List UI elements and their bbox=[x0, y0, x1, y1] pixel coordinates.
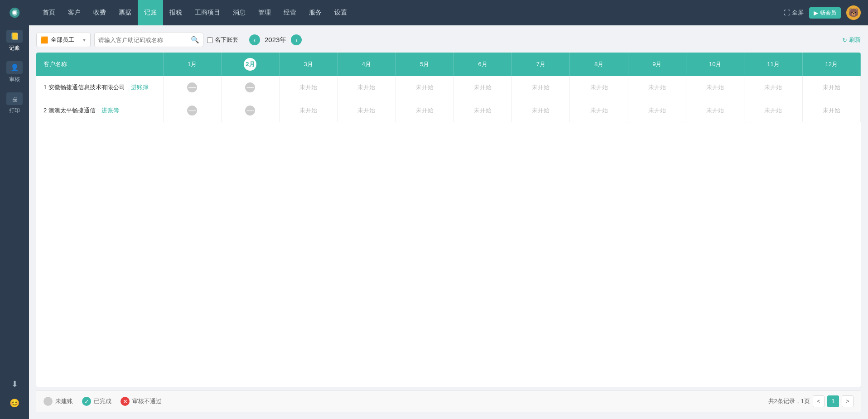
month-cell-aug: 未开始 bbox=[570, 99, 628, 122]
download-icon: ⬇ bbox=[11, 379, 18, 389]
pagination: 共2条记录，1页 < 1 > bbox=[768, 395, 854, 407]
status-dot-dash: — bbox=[245, 82, 255, 92]
sidebar: 📒 记账 👤 审核 🖨 打印 ⬇ 😊 bbox=[0, 0, 29, 419]
legend-item-not-started: — 未建账 bbox=[43, 397, 73, 406]
print-icon: 🖨 bbox=[6, 92, 23, 105]
table-row: 2 澳澳太平畅捷通信 进账簿 ——未开始未开始未开始未开始未开始未开始未开始未开… bbox=[36, 99, 861, 122]
month-cell-oct: 未开始 bbox=[686, 76, 744, 99]
sidebar-item-download[interactable]: ⬇ bbox=[0, 376, 29, 393]
status-not-started: 未开始 bbox=[532, 107, 550, 114]
status-not-started: 未开始 bbox=[823, 84, 840, 91]
vip-label: 畅会员 bbox=[820, 9, 836, 17]
status-not-started: 未开始 bbox=[764, 84, 782, 91]
data-table-wrap: 客户名称1月2月3月4月5月6月7月8月9月10月11月12月 1 安徽畅捷通信… bbox=[36, 53, 861, 387]
col-header-sep: 9月 bbox=[628, 53, 686, 76]
sidebar-item-support[interactable]: 😊 bbox=[0, 395, 29, 412]
month-cell-jul: 未开始 bbox=[512, 76, 570, 99]
footer: — 未建账 ✓ 已完成 ✕ 审核不通过 共2条记录，1页 < 1 > bbox=[36, 390, 861, 412]
sidebar-item-audit[interactable]: 👤 审核 bbox=[0, 57, 29, 88]
col-header-nov: 11月 bbox=[744, 53, 802, 76]
user-avatar[interactable]: 🐻 bbox=[846, 5, 861, 20]
fullscreen-button[interactable]: ⛶ 全屏 bbox=[784, 9, 804, 17]
col-header-jun: 6月 bbox=[453, 53, 511, 76]
sidebar-item-print[interactable]: 🖨 打印 bbox=[0, 88, 29, 119]
nav-item-tax[interactable]: 报税 bbox=[163, 0, 188, 25]
search-button[interactable]: 🔍 bbox=[191, 36, 199, 44]
status-dot-dash: — bbox=[245, 106, 255, 116]
under-account-checkbox[interactable] bbox=[207, 37, 213, 43]
sidebar-item-label: 记账 bbox=[9, 44, 20, 52]
sidebar-item-label: 打印 bbox=[9, 107, 20, 115]
month-cell-jan: — bbox=[163, 99, 221, 122]
nav-item-home[interactable]: 首页 bbox=[36, 0, 62, 25]
next-page-button[interactable]: > bbox=[842, 395, 854, 407]
status-not-started: 未开始 bbox=[357, 84, 375, 91]
nav-right: ⛶ 全屏 ▶ 畅会员 🐻 bbox=[784, 5, 861, 20]
prev-page-button[interactable]: < bbox=[813, 395, 825, 407]
fullscreen-icon: ⛶ bbox=[784, 9, 790, 16]
col-header-dec: 12月 bbox=[802, 53, 860, 76]
vip-button[interactable]: ▶ 畅会员 bbox=[809, 7, 841, 19]
month-cell-apr: 未开始 bbox=[338, 76, 395, 99]
month-cell-nov: 未开始 bbox=[744, 99, 802, 122]
month-cell-mar: 未开始 bbox=[280, 76, 338, 99]
col-header-jul: 7月 bbox=[512, 53, 570, 76]
status-not-started: 未开始 bbox=[416, 107, 434, 114]
current-page-button[interactable]: 1 bbox=[827, 395, 839, 407]
status-not-started: 未开始 bbox=[648, 107, 666, 114]
refresh-button[interactable]: ↻ 刷新 bbox=[842, 36, 861, 44]
next-page-icon: > bbox=[846, 398, 849, 405]
employee-select[interactable]: 🟧 全部员工 ▼ bbox=[36, 33, 91, 47]
support-icon: 😊 bbox=[10, 398, 19, 408]
month-cell-mar: 未开始 bbox=[280, 99, 338, 122]
nav-item-message[interactable]: 消息 bbox=[227, 0, 252, 25]
month-cell-feb: — bbox=[221, 99, 279, 122]
month-cell-aug: 未开始 bbox=[570, 76, 628, 99]
nav-item-service[interactable]: 服务 bbox=[303, 0, 328, 25]
refresh-label: 刷新 bbox=[849, 36, 861, 44]
legend-label-not-started: 未建账 bbox=[55, 397, 73, 405]
month-cell-may: 未开始 bbox=[395, 99, 453, 122]
nav-item-invoice[interactable]: 票据 bbox=[112, 0, 138, 25]
search-input[interactable] bbox=[98, 37, 189, 43]
col-header-mar: 3月 bbox=[280, 53, 338, 76]
month-cell-feb: — bbox=[221, 76, 279, 99]
month-cell-jan: — bbox=[163, 76, 221, 99]
status-dot-dash: — bbox=[187, 106, 197, 116]
nav-item-settings[interactable]: 设置 bbox=[328, 0, 353, 25]
nav-item-business[interactable]: 工商项目 bbox=[188, 0, 227, 25]
audit-icon: 👤 bbox=[6, 61, 23, 74]
legend-item-done: ✓ 已完成 bbox=[82, 397, 111, 406]
year-nav: ‹ 2023年 › bbox=[249, 34, 302, 45]
sidebar-bottom: ⬇ 😊 bbox=[0, 376, 29, 419]
enter-ledger-link[interactable]: 进账簿 bbox=[131, 84, 149, 91]
client-name-cell: 2 澳澳太平畅捷通信 进账簿 bbox=[36, 99, 163, 122]
nav-item-manage[interactable]: 管理 bbox=[252, 0, 277, 25]
sidebar-item-bookkeeping[interactable]: 📒 记账 bbox=[0, 25, 29, 57]
status-not-started: 未开始 bbox=[532, 84, 550, 91]
month-cell-jul: 未开始 bbox=[512, 99, 570, 122]
under-account-checkbox-label[interactable]: 名下账套 bbox=[207, 36, 238, 44]
status-not-started: 未开始 bbox=[357, 107, 375, 114]
status-not-started: 未开始 bbox=[764, 107, 782, 114]
next-year-button[interactable]: › bbox=[291, 34, 302, 45]
status-not-started: 未开始 bbox=[474, 84, 492, 91]
status-not-started: 未开始 bbox=[823, 107, 840, 114]
month-cell-dec: 未开始 bbox=[802, 76, 860, 99]
total-records-label: 共2条记录，1页 bbox=[768, 397, 810, 405]
page-number: 1 bbox=[832, 398, 835, 405]
nav-item-operation[interactable]: 经营 bbox=[277, 0, 303, 25]
status-not-started: 未开始 bbox=[474, 107, 492, 114]
col-header-feb: 2月 bbox=[221, 53, 279, 76]
status-not-started: 未开始 bbox=[416, 84, 434, 91]
legend-label-done: 已完成 bbox=[94, 397, 111, 405]
prev-page-icon: < bbox=[817, 398, 820, 405]
nav-item-billing[interactable]: 收费 bbox=[87, 0, 112, 25]
status-dot-dash: — bbox=[187, 82, 197, 92]
nav-item-bookkeeping[interactable]: 记账 bbox=[138, 0, 163, 25]
enter-ledger-link[interactable]: 进账簿 bbox=[101, 107, 119, 114]
nav-item-client[interactable]: 客户 bbox=[62, 0, 87, 25]
prev-year-button[interactable]: ‹ bbox=[249, 34, 260, 45]
status-not-started: 未开始 bbox=[648, 84, 666, 91]
month-cell-sep: 未开始 bbox=[628, 99, 686, 122]
